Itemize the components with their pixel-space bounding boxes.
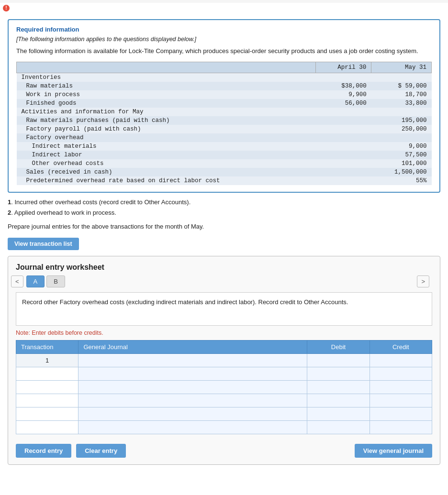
journal-credit-cell-4[interactable] (370, 407, 432, 421)
clear-entry-button[interactable]: Clear entry (76, 444, 126, 458)
journal-credit-input-1[interactable] (370, 367, 432, 380)
journal-general-journal-input-1[interactable] (78, 367, 307, 380)
journal-general-journal-cell-1[interactable] (78, 367, 307, 381)
info-row-label-12: Predetermined overhead rate based on dir… (17, 176, 316, 185)
info-row-april-6 (315, 125, 371, 133)
journal-general-journal-input-5[interactable] (78, 421, 307, 434)
journal-debit-cell-3[interactable] (307, 394, 370, 407)
journal-debit-input-2[interactable] (307, 381, 369, 394)
info-row-may-5: 195,000 (371, 116, 432, 125)
journal-debit-cell-1[interactable] (307, 367, 370, 381)
tab-nav-right[interactable]: > (417, 275, 429, 287)
journal-table: Transaction General Journal Debit Credit… (16, 340, 432, 434)
info-row-april-0 (315, 73, 371, 82)
page-wrapper: ! Required information [The following in… (0, 3, 448, 495)
journal-header-credit: Credit (370, 341, 432, 354)
italic-note: [The following information applies to th… (16, 36, 432, 43)
journal-general-journal-cell-3[interactable] (78, 394, 307, 407)
journal-debit-cell-5[interactable] (307, 421, 370, 434)
questions-section: 1. Incurred other overhead costs (record… (8, 198, 440, 219)
info-row-april-11 (315, 168, 371, 176)
journal-table-row (16, 381, 432, 394)
info-row-may-10: 101,000 (371, 159, 432, 168)
info-table: April 30 May 31 InventoriesRaw materials… (16, 62, 432, 185)
info-row-label-8: Indirect materials (17, 142, 316, 151)
tab-a[interactable]: A (26, 275, 45, 287)
journal-credit-input-3[interactable] (370, 394, 432, 407)
journal-debit-cell-4[interactable] (307, 407, 370, 421)
journal-credit-input-2[interactable] (370, 381, 432, 394)
info-row-label-3: Finished goods (17, 99, 316, 108)
view-general-journal-button[interactable]: View general journal (355, 444, 432, 458)
prepare-text: Prepare journal entries for the above tr… (8, 223, 440, 230)
info-row-april-5 (315, 116, 371, 125)
info-row-label-10: Other overhead costs (17, 159, 316, 168)
journal-credit-cell-2[interactable] (370, 381, 432, 394)
journal-general-journal-input-3[interactable] (78, 394, 307, 407)
journal-credit-input-4[interactable] (370, 407, 432, 420)
info-row-may-0 (371, 73, 432, 82)
info-row-label-0: Inventories (17, 73, 316, 82)
info-row-may-3: 33,800 (371, 99, 432, 108)
info-row-label-7: Factory overhead (17, 133, 316, 142)
info-row-april-4 (315, 108, 371, 116)
journal-credit-cell-3[interactable] (370, 394, 432, 407)
tab-b[interactable]: B (46, 275, 65, 287)
info-row-april-7 (315, 133, 371, 142)
info-row-label-6: Factory payroll (paid with cash) (17, 125, 316, 133)
view-transaction-list-button[interactable]: View transaction list (8, 238, 79, 250)
record-entry-button[interactable]: Record entry (16, 444, 71, 458)
journal-transaction-cell-0: 1 (16, 354, 78, 367)
info-row-april-2: 9,900 (315, 90, 371, 99)
question-2: 2. Applied overhead to work in process. (8, 208, 440, 218)
info-row-may-6: 250,000 (371, 125, 432, 133)
journal-credit-cell-1[interactable] (370, 367, 432, 381)
info-row-label-1: Raw materials (17, 82, 316, 90)
info-row-may-11: 1,500,000 (371, 168, 432, 176)
journal-transaction-cell-4 (16, 407, 78, 421)
info-row-may-7 (371, 133, 432, 142)
alert-bar: ! (0, 3, 448, 13)
info-row-label-5: Raw materials purchases (paid with cash) (17, 116, 316, 125)
journal-general-journal-cell-0[interactable] (78, 354, 307, 367)
question-2-text: . Applied overhead to work in process. (11, 209, 116, 216)
journal-credit-cell-5[interactable] (370, 421, 432, 434)
journal-debit-input-5[interactable] (307, 421, 369, 434)
tab-nav-left[interactable]: < (11, 275, 23, 287)
alert-icon: ! (3, 5, 10, 11)
journal-table-row: 1 (16, 354, 432, 367)
journal-general-journal-input-0[interactable] (78, 354, 307, 367)
record-desc-box: Record other Factory overhead costs (exc… (16, 292, 432, 326)
journal-credit-cell-0[interactable] (370, 354, 432, 367)
info-row-may-12: 55% (371, 176, 432, 185)
journal-general-journal-input-4[interactable] (78, 407, 307, 420)
bottom-buttons: Record entry Clear entry View general jo… (8, 440, 440, 464)
journal-credit-input-5[interactable] (370, 421, 432, 434)
journal-transaction-cell-3 (16, 394, 78, 407)
journal-header-transaction: Transaction (16, 341, 78, 354)
info-row-label-11: Sales (received in cash) (17, 168, 316, 176)
journal-debit-cell-0[interactable] (307, 354, 370, 367)
required-info-header: Required information (16, 26, 432, 33)
journal-credit-input-0[interactable] (370, 354, 432, 367)
note-text: Note: Enter debits before credits. (16, 330, 432, 336)
journal-debit-cell-2[interactable] (307, 381, 370, 394)
journal-debit-input-0[interactable] (307, 354, 369, 367)
journal-general-journal-cell-5[interactable] (78, 421, 307, 434)
journal-general-journal-cell-2[interactable] (78, 381, 307, 394)
journal-debit-input-4[interactable] (307, 407, 369, 420)
journal-general-journal-input-2[interactable] (78, 381, 307, 394)
col-april-header: April 30 (315, 62, 371, 73)
journal-transaction-cell-1 (16, 367, 78, 381)
journal-table-row (16, 421, 432, 434)
col-label-header (17, 62, 316, 73)
journal-general-journal-cell-4[interactable] (78, 407, 307, 421)
info-row-april-12 (315, 176, 371, 185)
journal-debit-input-3[interactable] (307, 394, 369, 407)
journal-debit-input-1[interactable] (307, 367, 369, 380)
info-row-may-8: 9,000 (371, 142, 432, 151)
description-text: The following information is available f… (16, 46, 432, 56)
journal-table-row (16, 367, 432, 381)
journal-header-debit: Debit (307, 341, 370, 354)
info-row-may-9: 57,500 (371, 151, 432, 159)
